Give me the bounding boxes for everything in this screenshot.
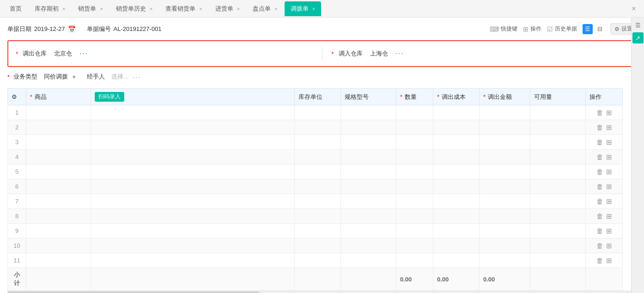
tab-view-sales[interactable]: 查看销货单 × [159,1,208,16]
delete-icon-1[interactable]: 🗑 [596,109,603,116]
operations-button[interactable]: ⊞ 操作 [523,25,541,33]
cell-product-5[interactable] [26,165,91,179]
delete-icon-4[interactable]: 🗑 [596,153,603,161]
copy-icon-6[interactable]: ⊞ [606,183,612,191]
cell-product-10[interactable] [26,238,91,253]
cell-amount-2[interactable] [480,120,530,135]
cell-amount-5[interactable] [480,165,530,179]
cell-product-4[interactable] [26,150,91,165]
delete-icon-10[interactable]: 🗑 [596,242,603,250]
copy-icon-7[interactable]: ⊞ [606,197,612,206]
cell-qty-8[interactable] [396,209,433,224]
history-button[interactable]: ☑ 历史单据 [547,25,577,33]
warehouse-in-more-button[interactable]: ··· [395,49,404,58]
tab-view-sales-close[interactable]: × [199,6,202,12]
tab-sales-order-close[interactable]: × [100,6,103,12]
delete-icon-9[interactable]: 🗑 [596,227,603,235]
th-gear[interactable]: ⚙ [8,89,26,105]
cell-cost-7[interactable] [433,194,480,209]
operator-value[interactable]: 选择... [111,73,128,81]
cell-amount-9[interactable] [480,224,530,238]
cell-cost-9[interactable] [433,224,480,238]
cell-amount-4[interactable] [480,150,530,165]
tab-transfer[interactable]: 调拨单 × [285,1,321,16]
delete-icon-11[interactable]: 🗑 [596,256,603,264]
cell-qty-10[interactable] [396,238,433,253]
tab-stocktake[interactable]: 盘点单 × [247,1,283,16]
cell-product-1[interactable] [26,105,91,120]
list-view-button[interactable]: ☰ [583,24,593,34]
window-close-button[interactable]: × [627,2,640,15]
cell-amount-3[interactable] [480,135,530,150]
tab-purchase-order-close[interactable]: × [237,6,240,12]
copy-icon-9[interactable]: ⊞ [606,227,612,235]
copy-icon-2[interactable]: ⊞ [606,123,612,132]
cell-product-6[interactable] [26,179,91,194]
sidebar-list-icon[interactable]: ☰ [632,19,644,31]
cell-cost-11[interactable] [433,253,480,268]
cell-cost-1[interactable] [433,105,480,120]
cell-product-11[interactable] [26,253,91,268]
warehouse-out-value[interactable]: 北京仓 [54,49,72,58]
cell-cost-6[interactable] [433,179,480,194]
tab-transfer-close[interactable]: × [312,6,315,12]
cell-amount-1[interactable] [480,105,530,120]
cell-product-2[interactable] [26,120,91,135]
cell-product-8[interactable] [26,209,91,224]
tab-stocktake-close[interactable]: × [274,6,277,12]
copy-icon-11[interactable]: ⊞ [606,256,612,265]
cell-amount-7[interactable] [480,194,530,209]
cell-qty-3[interactable] [396,135,433,150]
date-value[interactable]: 2019-12-27 [34,25,65,32]
cell-amount-10[interactable] [480,238,530,253]
horizontal-scrollbar[interactable] [7,291,637,293]
tab-sales-history-close[interactable]: × [150,6,152,12]
cell-qty-1[interactable] [396,105,433,120]
tab-purchase-order[interactable]: 进货单 × [209,1,246,16]
tab-inventory-init[interactable]: 库存期初 × [29,1,71,16]
copy-icon-3[interactable]: ⊞ [606,138,612,146]
cell-cost-2[interactable] [433,120,480,135]
tab-inventory-init-close[interactable]: × [62,6,65,12]
delete-icon-8[interactable]: 🗑 [596,212,603,220]
copy-icon-1[interactable]: ⊞ [606,109,612,117]
cell-cost-10[interactable] [433,238,480,253]
business-type-value[interactable]: 同价调拨 [44,73,68,81]
cell-qty-9[interactable] [396,224,433,238]
cell-product-3[interactable] [26,135,91,150]
shortcuts-button[interactable]: ⌨ 快捷键 [490,25,517,33]
cell-qty-6[interactable] [396,179,433,194]
delete-icon-5[interactable]: 🗑 [596,168,603,176]
scan-button[interactable]: 扫码录入 [95,92,124,102]
sidebar-export-icon[interactable]: ↗ [632,32,644,43]
cell-qty-11[interactable] [396,253,433,268]
cell-qty-7[interactable] [396,194,433,209]
delete-icon-2[interactable]: 🗑 [596,123,603,131]
copy-icon-10[interactable]: ⊞ [606,242,612,250]
calendar-icon[interactable]: 📅 [68,25,76,33]
tab-home[interactable]: 首页 [4,1,28,16]
cell-product-7[interactable] [26,194,91,209]
cell-cost-5[interactable] [433,165,480,179]
cell-product-9[interactable] [26,224,91,238]
copy-icon-8[interactable]: ⊞ [606,212,612,220]
warehouse-in-value[interactable]: 上海仓 [370,49,388,58]
copy-icon-4[interactable]: ⊞ [606,153,612,161]
cell-qty-5[interactable] [396,165,433,179]
delete-icon-3[interactable]: 🗑 [596,138,603,146]
cell-qty-4[interactable] [396,150,433,165]
tab-sales-history[interactable]: 销货单历史 × [110,1,158,16]
delete-icon-6[interactable]: 🗑 [596,183,603,190]
copy-icon-5[interactable]: ⊞ [606,168,612,176]
cell-qty-2[interactable] [396,120,433,135]
grid-view-button[interactable]: ⊟ [595,24,605,34]
cell-cost-4[interactable] [433,150,480,165]
tab-sales-order[interactable]: 销货单 × [72,1,109,16]
business-type-dropdown-icon[interactable]: ▾ [73,73,76,80]
cell-cost-3[interactable] [433,135,480,150]
cell-cost-8[interactable] [433,209,480,224]
operator-more-button[interactable]: ··· [133,73,141,80]
cell-amount-8[interactable] [480,209,530,224]
cell-amount-11[interactable] [480,253,530,268]
cell-amount-6[interactable] [480,179,530,194]
